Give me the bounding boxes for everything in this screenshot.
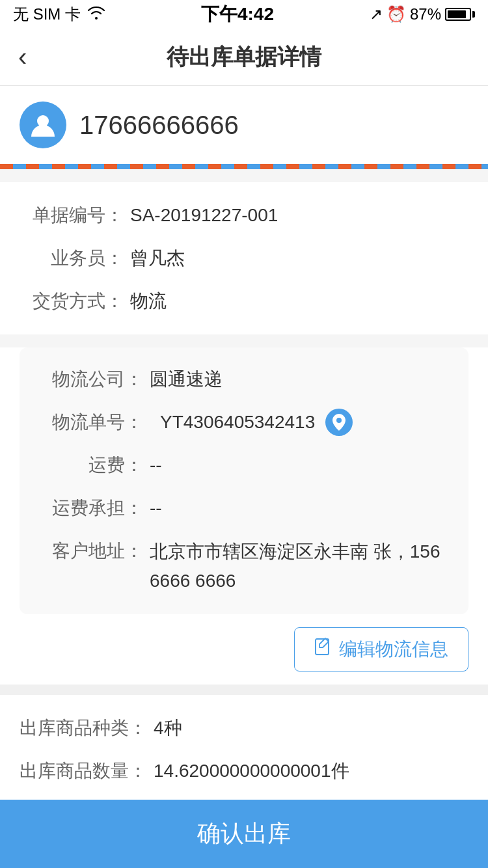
location-icon[interactable] [325, 409, 353, 436]
product-types-label: 出库商品种类： [20, 714, 147, 742]
address-row: 客户地址： 北京市市辖区海淀区永丰南 张，156 6666 6666 [39, 537, 449, 596]
battery-icon [445, 8, 475, 21]
battery-percent: 87% [410, 5, 441, 23]
edit-logistics-container: 编辑物流信息 [0, 614, 488, 685]
product-quantity-row: 出库商品数量： 14.620000000000001件 [20, 757, 468, 785]
salesman-label: 业务员： [20, 245, 124, 272]
status-left: 无 SIM 卡 [13, 4, 105, 25]
location-status-icon: ↗ [370, 5, 383, 23]
edit-icon [314, 638, 332, 660]
carrier-label: 无 SIM 卡 [13, 4, 81, 25]
tracking-number-row: 物流单号： YT4306405342413 [39, 409, 449, 436]
back-button[interactable]: ‹ [18, 42, 27, 72]
order-number-row: 单据编号： SA-20191227-001 [20, 202, 468, 229]
freight-bearer-value: -- [150, 495, 449, 522]
avatar [20, 102, 66, 148]
alarm-icon: ⏰ [386, 5, 406, 23]
logistics-company-row: 物流公司： 圆通速递 [39, 366, 449, 393]
product-quantity-value: 14.620000000000001件 [154, 757, 468, 785]
freight-label: 运费： [39, 452, 143, 479]
status-right: ↗ ⏰ 87% [370, 5, 475, 23]
wifi-icon [87, 5, 105, 23]
order-number-value: SA-20191227-001 [130, 202, 468, 229]
confirm-button[interactable]: 确认出库 [0, 800, 488, 868]
basic-info-card: 单据编号： SA-20191227-001 业务员： 曾凡杰 交货方式： 物流 [0, 182, 488, 334]
stats-section: 出库商品种类： 4种 出库商品数量： 14.620000000000001件 [0, 695, 488, 804]
freight-row: 运费： -- [39, 452, 449, 479]
product-types-value: 4种 [154, 714, 468, 742]
edit-logistics-label: 编辑物流信息 [339, 637, 448, 662]
order-number-label: 单据编号： [20, 202, 124, 229]
user-header: 17666666666 [0, 86, 488, 164]
logistics-company-value: 圆通速递 [150, 366, 449, 393]
product-types-row: 出库商品种类： 4种 [20, 714, 468, 742]
logistics-section: 物流公司： 圆通速递 物流单号： YT4306405342413 运费： -- [0, 347, 488, 614]
tracking-number-label: 物流单号： [39, 409, 143, 436]
edit-logistics-button[interactable]: 编辑物流信息 [294, 627, 468, 671]
freight-bearer-label: 运费承担： [39, 495, 143, 522]
nav-bar: ‹ 待出库单据详情 [0, 29, 488, 86]
status-bar: 无 SIM 卡 下午4:42 ↗ ⏰ 87% [0, 0, 488, 29]
status-time: 下午4:42 [201, 2, 274, 27]
delivery-method-label: 交货方式： [20, 288, 124, 315]
section-divider [0, 685, 488, 695]
freight-value: -- [150, 452, 449, 479]
salesman-value: 曾凡杰 [130, 245, 468, 272]
freight-bearer-row: 运费承担： -- [39, 495, 449, 522]
product-quantity-label: 出库商品数量： [20, 757, 147, 785]
user-phone: 17666666666 [79, 111, 239, 140]
page-title: 待出库单据详情 [167, 42, 321, 72]
logistics-card: 物流公司： 圆通速递 物流单号： YT4306405342413 运费： -- [20, 347, 468, 614]
confirm-button-label: 确认出库 [197, 818, 291, 850]
logistics-company-label: 物流公司： [39, 366, 143, 393]
delivery-method-value: 物流 [130, 288, 468, 315]
delivery-method-row: 交货方式： 物流 [20, 288, 468, 315]
salesman-row: 业务员： 曾凡杰 [20, 245, 468, 272]
dashed-divider [0, 164, 488, 169]
address-label: 客户地址： [39, 537, 143, 565]
address-value: 北京市市辖区海淀区永丰南 张，156 6666 6666 [150, 537, 449, 596]
main-content: 17666666666 单据编号： SA-20191227-001 业务员： 曾… [0, 86, 488, 868]
tracking-number-value: YT4306405342413 [160, 409, 449, 436]
